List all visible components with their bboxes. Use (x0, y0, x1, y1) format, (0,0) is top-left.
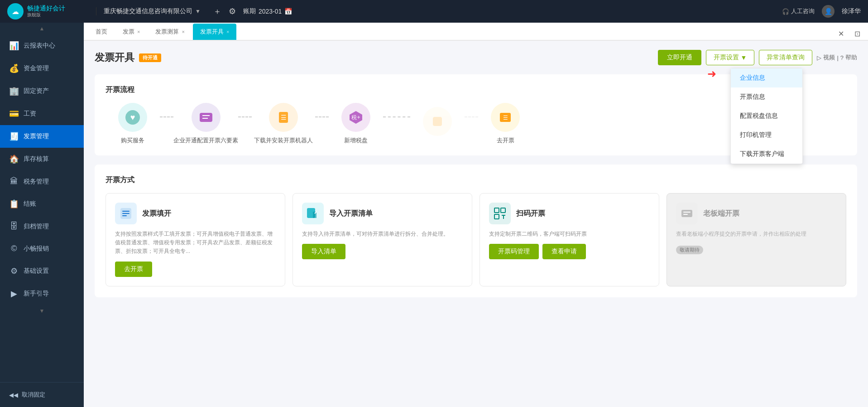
svg-text:☰: ☰ (503, 115, 508, 121)
methods-section-title: 开票方式 (106, 175, 846, 185)
sidebar-item-yunbao[interactable]: 📊 云报表中心 (0, 34, 84, 57)
jiezhang-icon: 📋 (9, 199, 19, 209)
play-icon: ▷ (817, 54, 821, 61)
sidebar-item-xiaochang[interactable]: © 小畅报销 (0, 237, 84, 260)
header-actions: ＋ ⚙ 账期 2023-01 📅 (213, 6, 292, 17)
flow-step-xiazai: ☰ 下载并安装开票机器人 (252, 103, 315, 145)
svg-rect-9 (433, 117, 442, 126)
sidebar-cancel-button[interactable]: ◀◀ 取消固定 (0, 386, 84, 403)
tab-fapiaocesuan-close[interactable]: × (182, 29, 184, 34)
sidebar-item-label: 税务管理 (24, 178, 49, 186)
tab-fapiao[interactable]: 发票 × (115, 24, 147, 40)
method-card-scan: 扫码开票 支持定制开票二维码，客户端可扫码开票 开票码管理 查看申请 (480, 193, 659, 286)
avatar: 👤 (822, 5, 834, 18)
scan-code-manage-btn[interactable]: 开票码管理 (489, 244, 539, 259)
tab-restore-button[interactable]: ⊡ (851, 27, 863, 40)
svg-rect-18 (494, 214, 499, 219)
sidebar-item-jiezhang[interactable]: 📋 结账 (0, 193, 84, 215)
scan-icon (489, 203, 511, 224)
step-label-goumai: 购买服务 (121, 136, 144, 145)
tab-fapiaokaiiu-close[interactable]: × (226, 29, 229, 34)
yunbao-icon: 📊 (9, 41, 19, 51)
tab-fapiao-label: 发票 (123, 28, 134, 36)
consult-button[interactable]: 🎧 人工咨询 (782, 7, 815, 15)
headset-icon: 🎧 (782, 8, 789, 15)
user-area: 🎧 人工咨询 👤 徐泽华 (782, 5, 861, 18)
sidebar-scroll-down[interactable]: ▼ (0, 305, 84, 317)
dropdown-item-qiyeinfo[interactable]: 企业信息 (731, 68, 802, 87)
method-card-import: 导入开票清单 支持导入待开票清单，可对待开票清单进行拆分、合并处理。 导入清单 (293, 193, 472, 286)
kucun-icon: 🏠 (9, 154, 19, 164)
main-layout: ▲ 📊 云报表中心 💰 资金管理 🏢 固定资产 💳 工资 🧾 发票管理 🏠 库存… (0, 23, 868, 407)
settings-button[interactable]: 开票设置 ▼ (706, 50, 755, 65)
exception-button[interactable]: 异常清单查询 (759, 50, 812, 65)
page-title: 发票开具 待开通 (95, 51, 161, 64)
activate-button[interactable]: 立即开通 (658, 50, 701, 65)
sidebar-bottom: ◀◀ 取消固定 (0, 382, 84, 407)
sidebar-item-label: 小畅报销 (24, 245, 49, 253)
tab-home[interactable]: 首页 (88, 24, 115, 40)
settings-icon[interactable]: ⚙ (229, 6, 236, 16)
logo-sub: 旗舰版 (27, 12, 65, 18)
sidebar-item-shuiwu[interactable]: 🏛 税务管理 (0, 170, 84, 193)
step-label-xiazai: 下载并安装开票机器人 (254, 136, 313, 145)
svg-text:♥: ♥ (130, 113, 135, 122)
dropdown-item-kaipiao[interactable]: 开票信息 (731, 87, 802, 107)
import-method-btn[interactable]: 导入清单 (302, 244, 345, 259)
dropdown-item-label: 下载开票客户端 (740, 150, 784, 157)
method-header-import: 导入开票清单 (302, 203, 463, 224)
sidebar-item-label: 基础设置 (24, 267, 49, 275)
cancel-label: 取消固定 (22, 391, 45, 399)
sidebar-item-kucun[interactable]: 🏠 库存核算 (0, 148, 84, 170)
dropdown-item-label: 配置税盘信息 (740, 112, 778, 119)
tab-close-button[interactable]: ✕ (834, 27, 847, 40)
svg-rect-24 (683, 214, 688, 215)
sidebar-scroll-up[interactable]: ▲ (0, 23, 84, 34)
import-method-desc: 支持导入待开票清单，可对待开票清单进行拆分、合并处理。 (302, 230, 463, 238)
svg-rect-22 (681, 210, 692, 217)
sidebar-item-gudingzichan[interactable]: 🏢 固定资产 (0, 80, 84, 102)
svg-text:税+: 税+ (351, 114, 360, 121)
flow-connector-5 (465, 116, 478, 117)
step-icon-xiazai: ☰ (269, 103, 298, 132)
gudingzichan-icon: 🏢 (9, 86, 19, 96)
step-label-shuipan: 新增税盘 (344, 136, 368, 145)
sidebar-item-gongzi[interactable]: 💳 工资 (0, 102, 84, 125)
scan-view-apply-btn[interactable]: 查看申请 (542, 244, 586, 259)
step-label-peizhi: 企业开通配置开票六要素 (173, 136, 238, 145)
sidebar-item-label: 发票管理 (24, 132, 49, 141)
calendar-icon[interactable]: 📅 (284, 8, 292, 15)
tab-fapiaokaiiu[interactable]: 发票开具 × (193, 24, 236, 40)
chevron-down-settings-icon: ▼ (741, 54, 747, 61)
sidebar-item-xinshou[interactable]: ▶ 新手引导 (0, 282, 84, 305)
step-icon-extra (423, 107, 452, 136)
dropdown-item-xiazai[interactable]: 下载开票客户端 (731, 145, 802, 164)
company-selector[interactable]: 重庆畅捷交通信息咨询有限公司 ▼ (96, 7, 201, 15)
svg-rect-19 (501, 208, 505, 213)
sidebar-item-fapiao[interactable]: 🧾 发票管理 (0, 125, 84, 148)
sidebar-item-jichu[interactable]: ⚙ 基础设置 (0, 260, 84, 282)
sidebar-item-label: 归档管理 (24, 223, 49, 231)
dropdown-item-dayinji[interactable]: 打印机管理 (731, 126, 802, 145)
add-button[interactable]: ＋ (213, 6, 221, 17)
dropdown-item-peizhi[interactable]: 配置税盘信息 (731, 107, 802, 126)
period-value: 2023-01 (259, 8, 282, 15)
tab-bar: 首页 发票 × 发票测算 × 发票开具 × ✕ ⊡ (84, 23, 868, 41)
fill-method-btn[interactable]: 去开票 (115, 262, 152, 277)
tab-fapiaocesuan[interactable]: 发票测算 × (148, 24, 192, 40)
sidebar-item-zijin[interactable]: 💰 资金管理 (0, 57, 84, 80)
video-button[interactable]: ▷ 视频 | ? 帮助 (817, 53, 857, 62)
sidebar-item-label: 结账 (24, 200, 36, 208)
methods-grid: 发票填开 支持按照发票样式手工填开发票；可开具增值税电子普通发票、增值税普通发票… (106, 193, 846, 286)
sidebar-item-guidang[interactable]: 🗄 归档管理 (0, 215, 84, 237)
tab-fapiaokaiiu-label: 发票开具 (200, 28, 224, 36)
svg-rect-15 (122, 215, 127, 216)
user-name: 徐泽华 (842, 7, 861, 15)
sidebar-item-label: 固定资产 (24, 87, 49, 95)
dropdown-item-label: 企业信息 (740, 74, 765, 81)
help-icon: ? (840, 54, 844, 61)
flow-step-goumai: ♥ 购买服务 (106, 103, 160, 145)
guidang-icon: 🗄 (9, 222, 19, 231)
tab-fapiao-close[interactable]: × (137, 29, 140, 34)
flow-connector-4 (383, 116, 410, 117)
